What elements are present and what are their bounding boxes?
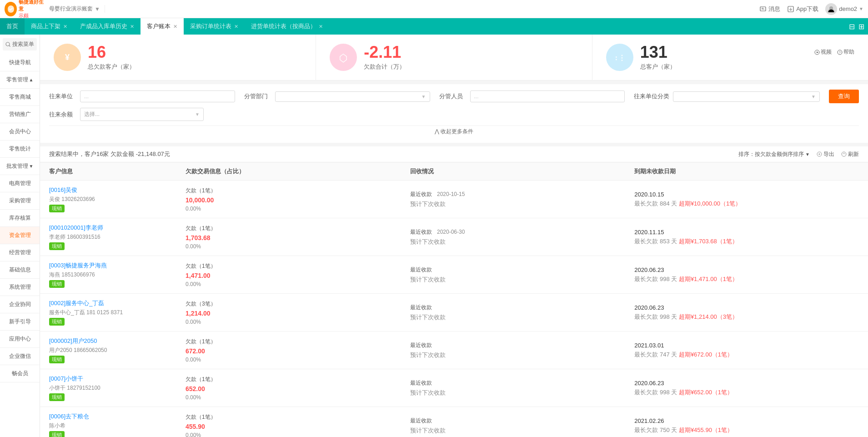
tab-product-history[interactable]: 产成品入库单历史 ✕ bbox=[74, 18, 140, 35]
table-header: 客户信息 欠款交易信息（占比） 回收情况 到期未收款日期 bbox=[40, 163, 868, 181]
search-button[interactable]: 查询 bbox=[829, 90, 859, 103]
sidebar-search-button[interactable]: 搜索菜单 bbox=[3, 38, 37, 50]
sort-label: 排序：按欠款金额倒序排序 ▼ bbox=[738, 151, 810, 158]
overdue-amount-link-0[interactable]: 超期¥10,000.00（1笔） bbox=[679, 200, 741, 207]
sidebar-item-xinshou[interactable]: 新手引导 bbox=[0, 313, 40, 331]
tab-product-listing[interactable]: 商品上下架 ✕ bbox=[25, 18, 74, 35]
user-avatar[interactable]: demo2 ▼ bbox=[825, 3, 863, 15]
tab-close-icon[interactable]: ✕ bbox=[63, 24, 67, 30]
recovery-2: 最近收款 预计下次收款 bbox=[410, 266, 635, 284]
tab-maximize-icon[interactable]: ⊞ bbox=[858, 22, 864, 31]
sidebar-item-jichuxinxi[interactable]: 基础信息 bbox=[0, 261, 40, 279]
table-row: [000002]用户2050 用户2050 18665062050 现销 欠款（… bbox=[40, 332, 868, 369]
sidebar-item-lingshou-tongji[interactable]: 零售统计 bbox=[0, 141, 40, 158]
customer-name-1[interactable]: [0001020001]李老师 bbox=[49, 224, 186, 232]
overdue-amount-link-1[interactable]: 超期¥1,703.68（1笔） bbox=[679, 238, 738, 245]
tenant-selector[interactable]: 母婴行业演示账套 ▼ bbox=[45, 5, 105, 13]
sidebar-item-caigou[interactable]: 采购管理 bbox=[0, 192, 40, 210]
customer-tag-1: 现销 bbox=[49, 242, 65, 250]
debt-amount-3[interactable]: 1,214.00 bbox=[186, 310, 410, 317]
tab-close-icon[interactable]: ✕ bbox=[130, 24, 134, 30]
sidebar-item-kucun[interactable]: 库存核算 bbox=[0, 210, 40, 227]
customer-info-2: [0003]畅捷服务尹海燕 海燕 18513066976 现销 bbox=[49, 261, 186, 288]
svg-rect-12 bbox=[621, 55, 622, 56]
overdue-amount-link-6[interactable]: 超期¥455.90（1笔） bbox=[679, 427, 733, 433]
customer-name-5[interactable]: [0007]小饼干 bbox=[49, 375, 186, 383]
tab-purchase-by-product[interactable]: 进货单统计表（按商品） ✕ bbox=[245, 18, 329, 35]
video-button[interactable]: 视频 bbox=[814, 48, 832, 56]
sidebar-item-jingying[interactable]: 经营管理 bbox=[0, 244, 40, 261]
collapse-filter-button[interactable]: ⋀ 收起更多条件 bbox=[49, 126, 859, 137]
filter-row-2: 往来余额 选择... ▼ bbox=[49, 108, 859, 121]
customer-info-5: [0007]小饼干 小饼干 18279152100 现销 bbox=[49, 375, 186, 401]
filter-section: 往来单位 ... 分管部门 ▼ 分管人员 bbox=[40, 84, 868, 143]
sidebar-item-zijin[interactable]: 资金管理 bbox=[0, 227, 40, 244]
customer-tag-2: 现销 bbox=[49, 280, 65, 288]
sidebar-item-changhui[interactable]: 畅会员 bbox=[0, 365, 40, 382]
customer-tag-6: 现销 bbox=[49, 431, 65, 437]
sidebar-item-shangcheng[interactable]: 零售商城 bbox=[0, 89, 40, 106]
export-button[interactable]: 导出 bbox=[817, 151, 834, 158]
customer-name-2[interactable]: [0003]畅捷服务尹海燕 bbox=[49, 261, 186, 270]
message-button[interactable]: 消息 bbox=[759, 5, 780, 13]
debt-amount-4[interactable]: 672.00 bbox=[186, 347, 410, 355]
summary-card-debt-total: -2.11 欠款合计（万） bbox=[316, 35, 592, 80]
filter-dept-select[interactable]: ▼ bbox=[275, 91, 430, 102]
tab-close-icon[interactable]: ✕ bbox=[173, 24, 177, 30]
svg-rect-8 bbox=[615, 55, 619, 62]
sidebar-item-yingxiao[interactable]: 营销推广 bbox=[0, 106, 40, 123]
tab-close-icon[interactable]: ✕ bbox=[234, 24, 238, 30]
filter-customer-input[interactable]: ... bbox=[80, 90, 235, 102]
sidebar-search-area: 搜索菜单 bbox=[0, 35, 40, 54]
debt-info-2: 欠款（1笔） 1,471.00 0.00% bbox=[186, 262, 410, 287]
tab-close-icon[interactable]: ✕ bbox=[319, 24, 323, 30]
filter-category-label: 往来单位分类 bbox=[634, 92, 669, 100]
customer-phone-4: 用户2050 18665062050 bbox=[49, 347, 186, 354]
tab-minimize-icon[interactable]: ⊟ bbox=[849, 22, 855, 31]
chevron-icon: ▼ bbox=[29, 164, 34, 169]
sidebar-item-qiye-xietong[interactable]: 企业协同 bbox=[0, 296, 40, 313]
sidebar-item-kuaijie[interactable]: 快捷导航 bbox=[0, 54, 40, 71]
filter-person-input[interactable]: ... bbox=[470, 90, 625, 102]
data-table: 客户信息 欠款交易信息（占比） 回收情况 到期未收款日期 [0016]吴俊 吴俊… bbox=[40, 163, 868, 437]
refresh-button[interactable]: 刷新 bbox=[841, 151, 859, 158]
sidebar-item-xitong[interactable]: 系统管理 bbox=[0, 279, 40, 296]
customer-name-6[interactable]: [0006]去下粮仓 bbox=[49, 412, 186, 421]
filter-person-label: 分管人员 bbox=[439, 92, 467, 100]
overdue-amount-link-5[interactable]: 超期¥652.00（1笔） bbox=[679, 389, 733, 396]
svg-text:¥: ¥ bbox=[65, 53, 70, 62]
customer-name-3[interactable]: [0002]服务中心_丁磊 bbox=[49, 299, 186, 307]
filter-category-select[interactable]: ▼ bbox=[673, 91, 820, 102]
filter-balance-select[interactable]: 选择... ▼ bbox=[80, 108, 204, 121]
col-overdue: 到期未收款日期 bbox=[634, 167, 859, 176]
debt-amount-1[interactable]: 1,703.68 bbox=[186, 234, 410, 241]
sidebar-item-dianshang[interactable]: 电商管理 bbox=[0, 175, 40, 192]
sidebar-item-huiyuan[interactable]: 会员中心 bbox=[0, 123, 40, 141]
debt-customer-label: 总欠款客户（家） bbox=[88, 63, 302, 71]
total-customer-label: 总客户（家） bbox=[640, 63, 808, 71]
customer-name-4[interactable]: [000002]用户2050 bbox=[49, 337, 186, 345]
tab-purchase-stats[interactable]: 采购订单统计表 ✕ bbox=[184, 18, 245, 35]
help-button[interactable]: ? 帮助 bbox=[837, 48, 854, 56]
debt-amount-2[interactable]: 1,471.00 bbox=[186, 272, 410, 279]
debt-amount-5[interactable]: 652.00 bbox=[186, 385, 410, 392]
chevron-icon: ▲ bbox=[29, 77, 34, 82]
sidebar-item-pifa[interactable]: 批发管理 ▼ bbox=[0, 158, 40, 175]
debt-amount-6[interactable]: 455.90 bbox=[186, 423, 410, 430]
overdue-amount-link-3[interactable]: 超期¥1,214.00（3笔） bbox=[679, 313, 738, 320]
customer-name-0[interactable]: [0016]吴俊 bbox=[49, 186, 186, 194]
overdue-amount-link-4[interactable]: 超期¥672.00（1笔） bbox=[679, 351, 733, 358]
table-row: [0007]小饼干 小饼干 18279152100 现销 欠款（1笔） 652.… bbox=[40, 369, 868, 407]
filter-customer: 往来单位 ... bbox=[49, 90, 235, 102]
tab-home[interactable]: 首页 bbox=[0, 18, 25, 35]
overdue-amount-link-2[interactable]: 超期¥1,471.00（1笔） bbox=[679, 276, 738, 282]
sidebar-item-yingyong[interactable]: 应用中心 bbox=[0, 331, 40, 348]
recovery-3: 最近收款 预计下次收款 bbox=[410, 304, 635, 321]
tab-customer-account[interactable]: 客户账本 ✕ bbox=[140, 18, 184, 35]
app-download-button[interactable]: App下载 bbox=[787, 5, 818, 13]
card-info-customers: 16 总欠款客户（家） bbox=[88, 44, 302, 71]
sidebar-item-lingshou[interactable]: 零售管理 ▲ bbox=[0, 71, 40, 89]
debt-amount-0[interactable]: 10,000.00 bbox=[186, 196, 410, 204]
sidebar-item-weixin[interactable]: 企业微信 bbox=[0, 348, 40, 365]
yuan-icon: ¥ bbox=[54, 44, 81, 71]
